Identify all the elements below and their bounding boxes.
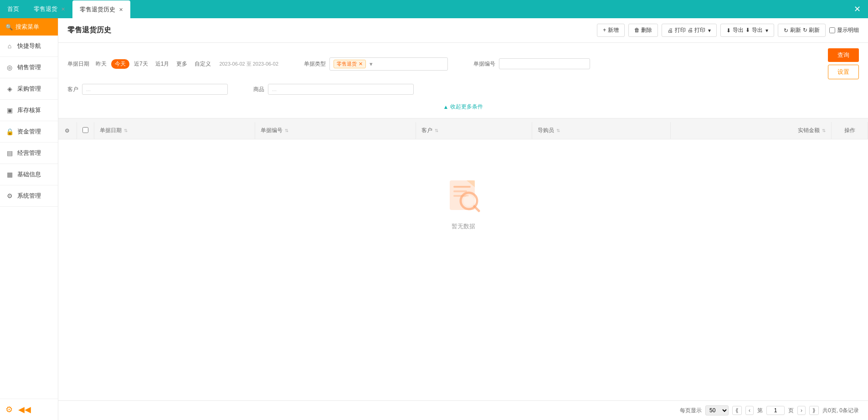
first-page-button[interactable]: ⟪ [732,406,742,415]
goods-filter-group: 商品 [253,84,414,95]
filter-row-2: 客户 商品 [67,84,859,95]
date-opt-custom[interactable]: 自定义 [192,59,214,69]
total-text: 共0页, 0条记录 [822,407,859,415]
home-icon: ⌂ [5,42,14,50]
data-table: ⚙ 单据日期 ⇅ 单据编号 ⇅ [58,122,868,139]
th-doc-date-sort-icon: ⇅ [124,128,128,133]
date-opt-yesterday[interactable]: 昨天 [93,59,109,69]
page-header: 零售退货历史 + 新增 🗑 删除 🖨 打印🖨 打印 ▾ ⬇ 导出⬇ 导出 ▾ ↻… [58,18,868,43]
sidebar-item-operation-mgmt[interactable]: ▤ 经营管理 [0,143,58,164]
prev-page-button[interactable]: ‹ [745,406,754,415]
query-button[interactable]: 查询 [828,48,859,62]
print-button[interactable]: 🖨 打印🖨 打印 ▾ [662,24,717,37]
doc-type-tag-close[interactable]: ✕ [359,61,363,67]
export-button[interactable]: ⬇ 导出⬇ 导出 ▾ [720,24,774,37]
svg-rect-1 [453,186,471,188]
date-opt-today[interactable]: 今天 [111,59,129,69]
page-number-input[interactable] [766,406,785,415]
th-customer-label: 客户 [421,127,432,133]
svg-rect-2 [453,190,467,192]
per-page-select[interactable]: 20 50 100 [705,405,729,415]
sidebar-item-system-mgmt[interactable]: ⚙ 系统管理 [0,185,58,207]
system-icon: ⚙ [5,192,14,200]
empty-illustration [441,176,486,217]
sidebar-item-inventory[interactable]: ▣ 库存核算 [0,100,58,121]
sidebar-item-quick-nav[interactable]: ⌂ 快捷导航 [0,36,58,57]
customer-input[interactable] [82,84,228,95]
tab-retail-return-history[interactable]: 零售退货历史 ✕ [72,0,130,19]
window-close-button[interactable]: ✕ [847,4,868,14]
page-suffix: 页 [788,407,794,415]
show-detail-toggle[interactable]: 显示明细 [829,26,859,34]
settings-button[interactable]: 设置 [828,65,859,79]
sidebar-item-finance-mgmt[interactable]: 🔒 资金管理 [0,121,58,143]
empty-state: 暂无数据 [58,139,868,267]
doc-no-label: 单据编号 [473,60,495,68]
filter-area: 单据日期 昨天 今天 近7天 近1月 更多 自定义 2023-06-02 至 2… [58,43,868,118]
doc-no-filter-group: 单据编号 [473,58,590,69]
print-icon: 🖨 [668,27,673,34]
th-customer-sort-icon: ⇅ [435,128,438,133]
th-guide-sort-icon: ⇅ [556,128,560,133]
doc-type-filter-group: 单据类型 零售退货 ✕ ▾ [304,57,448,71]
goods-input[interactable] [268,84,414,95]
finance-icon: 🔒 [5,128,14,136]
doc-no-input[interactable] [499,58,590,69]
goods-label: 商品 [253,86,264,93]
tab-retail-return-close[interactable]: ✕ [61,6,65,12]
select-all-checkbox[interactable] [82,127,88,133]
next-page-button[interactable]: › [797,406,806,415]
sidebar-item-sales-mgmt[interactable]: ◎ 销售管理 [0,57,58,78]
sidebar: 🔍 搜索菜单 ⌂ 快捷导航 ◎ 销售管理 ◈ 采购管理 ▣ 库存核算 🔒 资金管… [0,18,58,420]
th-actual-amount[interactable]: 实销金额 ⇅ [670,122,831,139]
export-icon: ⬇ [726,27,731,34]
date-opt-more[interactable]: 更多 [174,59,190,69]
purchase-icon: ◈ [5,85,14,93]
settings-bottom-icon[interactable]: ⚙ [5,405,13,415]
search-icon: 🔍 [5,24,13,31]
date-opt-7days[interactable]: 近7天 [131,59,151,69]
date-opt-1month[interactable]: 近1月 [153,59,172,69]
content-area: 零售退货历史 + 新增 🗑 删除 🖨 打印🖨 打印 ▾ ⬇ 导出⬇ 导出 ▾ ↻… [58,18,868,420]
customer-filter-group: 客户 [67,84,228,95]
inventory-icon: ▣ [5,106,14,114]
sidebar-search[interactable]: 🔍 搜索菜单 [0,18,58,36]
refresh-icon: ↻ [784,27,788,34]
customer-label: 客户 [67,86,78,93]
doc-type-label: 单据类型 [304,60,326,68]
th-settings[interactable]: ⚙ [58,122,77,139]
show-detail-checkbox[interactable] [829,27,835,33]
date-filter-group: 单据日期 昨天 今天 近7天 近1月 更多 自定义 2023-06-02 至 2… [67,59,278,69]
delete-button[interactable]: 🗑 删除 [628,24,658,37]
tab-bar: 首页 零售退货 ✕ 零售退货历史 ✕ ✕ [0,0,868,18]
th-actual-amount-label: 实销金额 [798,127,820,133]
th-guide[interactable]: 导购员 ⇅ [532,122,670,139]
tab-home[interactable]: 首页 [0,0,26,18]
column-settings-icon[interactable]: ⚙ [65,128,70,134]
doc-type-select[interactable]: 零售退货 ✕ ▾ [329,57,448,71]
page-actions: + 新增 🗑 删除 🖨 打印🖨 打印 ▾ ⬇ 导出⬇ 导出 ▾ ↻ 刷新↻ 刷新… [597,24,859,42]
th-doc-date[interactable]: 单据日期 ⇅ [94,122,255,139]
th-doc-no[interactable]: 单据编号 ⇅ [255,122,416,139]
th-customer[interactable]: 客户 ⇅ [416,122,532,139]
tab-retail-return-history-close[interactable]: ✕ [119,7,123,13]
basic-info-icon: ▦ [5,170,14,179]
sales-icon: ◎ [5,63,14,72]
tab-retail-return[interactable]: 零售退货 ✕ [26,0,72,18]
doc-type-tag: 零售退货 ✕ [334,60,366,68]
date-options: 昨天 今天 近7天 近1月 更多 自定义 [93,59,214,69]
last-page-button[interactable]: ⟫ [809,406,819,415]
table-header-row: ⚙ 单据日期 ⇅ 单据编号 ⇅ [58,122,868,139]
per-page-label: 每页显示 [680,407,702,415]
empty-text: 暂无数据 [452,222,475,230]
sidebar-item-basic-info[interactable]: ▦ 基础信息 [0,164,58,185]
page-title: 零售退货历史 [67,26,111,41]
volume-icon[interactable]: ◀◀ [18,405,31,415]
th-doc-no-label: 单据编号 [261,127,282,133]
refresh-button[interactable]: ↻ 刷新↻ 刷新 [778,24,826,37]
sidebar-item-purchase-mgmt[interactable]: ◈ 采购管理 [0,78,58,100]
th-action-label: 操作 [844,127,855,133]
svg-line-6 [474,206,479,211]
new-button[interactable]: + 新增 [597,24,624,37]
collapse-more-btn[interactable]: ▲ 收起更多条件 [436,101,491,113]
